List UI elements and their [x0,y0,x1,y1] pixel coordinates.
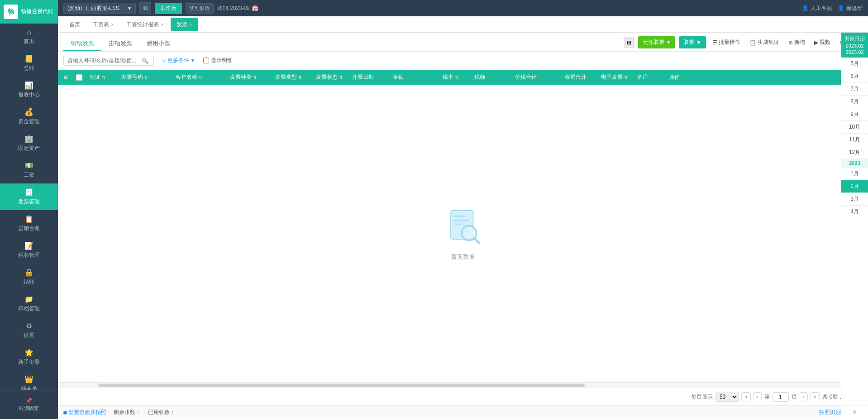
pin-icon: 📌 [26,398,32,404]
switch-old-button[interactable]: 切到旧版 [186,3,214,14]
sidebar-item-label: 畅会员 [21,385,37,390]
search-bar: 🔍 ▽ 更多条件 ▼ 显示明细 [58,52,868,70]
rp-item-12[interactable]: 12月 [841,146,868,159]
rp-item-10[interactable]: 10月 [841,121,868,134]
th-invoice-type-sort-icon[interactable]: ⇅ [253,75,257,80]
per-page-select[interactable]: 50 10 20 100 [715,392,739,402]
header-checkbox[interactable] [76,74,82,81]
rp-item-3[interactable]: 3月 [841,193,868,206]
company-selector[interactable]: (勿动）江西股宝-LSS ▼ [63,3,136,14]
tab-payroll-table[interactable]: 工资表 × [87,18,119,31]
tab-payroll-stats[interactable]: 工资统计报表 × [120,18,169,31]
search-icon[interactable]: 🔍 [142,58,148,64]
empty-icon [443,207,483,247]
next-page-btn[interactable]: › [800,392,808,401]
invoice-check-btn[interactable]: 发票查验及拍照 [63,409,106,416]
sidebar-item-member[interactable]: 👑 畅会员 [0,371,58,390]
rp-item-4[interactable]: 4月 [841,206,868,218]
sidebar-item-ledger[interactable]: 📒 总账 [0,50,58,77]
close-account-icon: 🔒 [24,268,33,277]
copy-company-btn[interactable]: ⧉ [139,2,151,14]
avatar-icon: 👤 [838,5,844,11]
sub-tab-sales[interactable]: 销项发票 [63,37,101,51]
rp-item-9[interactable]: 9月 [841,108,868,121]
rp-item-1[interactable]: 1月 [841,168,868,180]
gen-voucher-btn[interactable]: 📋 生成凭证 [747,37,782,48]
add-btn[interactable]: ⊕ 新增 [786,37,808,48]
page-input[interactable] [773,392,789,402]
sidebar-item-assets[interactable]: 🏢 固定资产 [0,130,58,157]
th-elec-sort-icon[interactable]: ⇅ [624,75,628,80]
filter-chevron-icon: ▼ [191,58,195,63]
rp-item-5[interactable]: 5月 [841,58,868,70]
sidebar-item-close[interactable]: 🔒 结账 [0,264,58,290]
sub-tab-expense[interactable]: 费用小票 [139,37,177,51]
show-detail-check[interactable] [203,58,209,63]
th-customer-sort-icon[interactable]: ⇅ [199,75,202,80]
sidebar-item-tax[interactable]: 📝 税务管理 [0,237,58,264]
search-input[interactable] [67,58,140,64]
settings-icon: ⚙ [26,322,32,330]
tab-home[interactable]: 首页 [63,18,86,31]
funds-icon: 💰 [24,108,33,116]
sidebar-item-reports[interactable]: 📊 报表中心 [0,77,58,103]
th-invoice-cat-sort-icon[interactable]: ⇅ [298,75,302,80]
add-icon: ⊕ [788,39,793,46]
sidebar-item-invoices[interactable]: 🧾 发票管理 [0,183,58,210]
sidebar-item-funds[interactable]: 💰 资金管理 [0,103,58,130]
th-total: 价税合计 [515,73,565,81]
sidebar-item-settings[interactable]: ⚙ 设置 [0,317,58,344]
header-right: 👤 人工客服 👤 徐溢华 [802,5,863,12]
tab-close-invoices[interactable]: × [189,22,192,27]
top-header: (勿动）江西股宝-LSS ▼ ⧉ 工作台 切到旧版 账期 2023-02 📅 👤… [58,0,868,16]
filter-btn[interactable]: ▽ 更多条件 ▼ [159,55,198,66]
sidebar-item-home[interactable]: ⌂ 首页 [0,24,58,50]
th-date: 开票日期 [352,73,393,81]
last-page-btn[interactable]: » [811,392,820,401]
used-label: 已用张数： [148,409,175,416]
first-page-btn[interactable]: « [741,392,751,401]
sidebar-item-archive[interactable]: 📁 归档管理 [0,290,58,317]
scrollbar-thumb[interactable] [99,384,585,387]
rp-item-7[interactable]: 7月 [841,83,868,96]
th-taxrate-sort-icon[interactable]: ⇅ [455,75,458,80]
video-icon: ▶ [814,39,818,46]
user-avatar[interactable]: 👤 徐溢华 [838,5,863,12]
rp-item-2[interactable]: 2月 [841,180,868,193]
tab-invoices[interactable]: 发票 × [171,18,198,31]
tab-close-payroll-table[interactable]: × [111,22,114,27]
batch-op-btn[interactable]: ☰ 批量操作 [710,37,743,48]
sidebar-item-guide[interactable]: 🌟 新手引导 [0,344,58,371]
grid-settings-icon[interactable]: ⊞ [624,37,634,48]
voucher-btn[interactable]: 取票 ▼ [679,36,706,48]
th-cert-sort-icon[interactable]: ⇅ [102,75,105,80]
workbench-button[interactable]: 工作台 [155,3,182,14]
sub-tab-purchase[interactable]: 进项发票 [101,37,139,51]
photo-link[interactable]: 拍照识别 [819,409,841,416]
rp-item-11[interactable]: 11月 [841,134,868,146]
sidebar-logo[interactable]: 畅 畅捷通易代账 [0,0,58,24]
th-invoice-no-sort-icon[interactable]: ⇅ [144,75,148,80]
rp-item-6[interactable]: 6月 [841,70,868,83]
logo-icon: 畅 [4,5,18,19]
pagination-bar: 每页显示 50 10 20 100 « ‹ 第 页 › » 共 0页，0条记录 [58,388,868,405]
filter-icon: ▽ [162,58,166,64]
rp-item-8[interactable]: 8月 [841,96,868,108]
right-panel-close-btn[interactable]: × [841,405,868,419]
sidebar-item-payroll[interactable]: 💵 工资 [0,157,58,183]
prev-page-btn[interactable]: ‹ [754,392,762,401]
th-settings[interactable]: ⚙ [63,74,76,81]
no-voucher-btn[interactable]: 无凭取票 ▼ [638,36,675,48]
sidebar-pin-btn[interactable]: 📌 取消固定 [2,394,56,415]
sidebar-item-salesledger[interactable]: 📋 进销台账 [0,210,58,237]
tab-close-payroll-stats[interactable]: × [161,22,163,27]
sidebar-item-label: 总账 [24,64,34,72]
show-detail-checkbox[interactable]: 显示明细 [203,57,233,64]
remaining-label: 剩余张数： [114,409,141,416]
video-btn[interactable]: ▶ 视频 [811,37,833,48]
th-status-sort-icon[interactable]: ⇅ [339,75,343,80]
customer-service-btn[interactable]: 👤 人工客服 [802,5,832,12]
horizontal-scrollbar[interactable] [58,382,868,388]
sidebar-item-label: 固定资产 [18,144,40,152]
th-action: 操作 [669,73,696,81]
